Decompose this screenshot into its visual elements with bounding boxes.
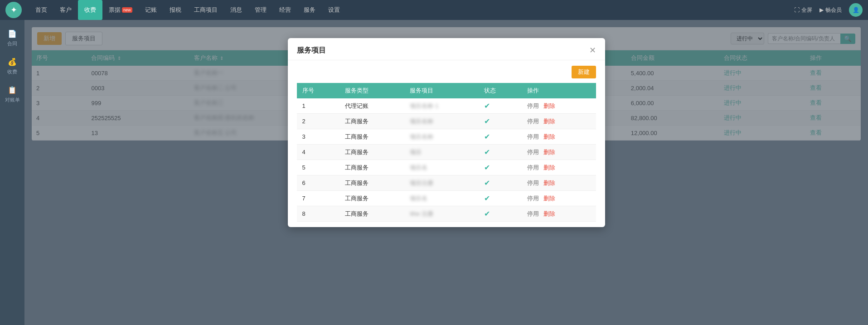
modal-col-type: 服务类型 [339,83,404,98]
modal-cell-item: 项目注册 [404,175,479,191]
delete-button[interactable]: 删除 [543,195,555,202]
nav-client[interactable]: 客户 [53,0,78,20]
delete-button[interactable]: 删除 [543,164,555,171]
stop-button[interactable]: 停用 [527,179,539,186]
modal-cell-type: 工商服务 [339,129,404,145]
modal-new-button[interactable]: 新建 [572,66,596,78]
nav-tax[interactable]: 报税 [163,0,188,20]
stop-button[interactable]: 停用 [527,118,539,125]
modal-col-item: 服务项目 [404,83,479,98]
nav-operation[interactable]: 经营 [273,0,297,20]
modal-cell-action: 停用 删除 [522,175,596,191]
modal-table-header: 序号 服务类型 服务项目 状态 操作 [297,83,596,98]
play-icon: ▶ [820,7,824,13]
list-item: 7 工商服务 项目名 ✔ 停用 删除 [297,191,596,206]
sidebar-item-contract[interactable]: 📄 合同 [0,24,24,51]
fullscreen-button[interactable]: ⛶ 全屏 [794,6,812,14]
stop-button[interactable]: 停用 [527,210,539,217]
list-item: 1 代理记账 项目名称 1 ✔ 停用 删除 [297,98,596,114]
modal-close-button[interactable]: ✕ [589,45,596,55]
modal-cell-status: ✔ [479,160,521,175]
modal-cell-type: 工商服务 [339,160,404,175]
stop-button[interactable]: 停用 [527,195,539,202]
list-item: 8 工商服务 Ithe 注册 ✔ 停用 删除 [297,206,596,222]
delete-button[interactable]: 删除 [543,210,555,217]
fullscreen-icon: ⛶ [794,7,800,13]
sidebar-statement-label: 对账单 [5,97,20,103]
modal-cell-type: 工商服务 [339,175,404,191]
list-item: 3 工商服务 项目名称 ✔ 停用 删除 [297,129,596,145]
service-items-table: 序号 服务类型 服务项目 状态 操作 1 代理记账 [297,83,596,222]
modal-cell-action: 停用 删除 [522,129,596,145]
contract-icon: 📄 [7,28,18,39]
nav-message[interactable]: 消息 [224,0,248,20]
modal-cell-item: 项目名 [404,191,479,206]
modal-cell-item: 项目名称 1 [404,98,479,114]
member-label: 畅会员 [825,6,842,14]
modal-cell-item: 项目 [404,145,479,160]
modal-cell-status: ✔ [479,145,521,160]
fee-icon: 💰 [7,56,18,67]
modal-cell-status: ✔ [479,129,521,145]
stop-button[interactable]: 停用 [527,164,539,171]
delete-button[interactable]: 删除 [543,118,555,125]
modal-overlay: 服务项目 ✕ 新建 序号 服务类型 服务项目 [24,20,868,325]
nav-service[interactable]: 服务 [297,0,322,20]
nav-bizitem[interactable]: 工商项目 [188,0,224,20]
modal-cell-action: 停用 删除 [522,98,596,114]
statement-icon: 📋 [7,84,18,95]
nav-right-area: ⛶ 全屏 ▶ 畅会员 👤 [794,3,863,17]
sidebar-fee-label: 收费 [7,68,17,75]
modal-cell-status: ✔ [479,175,521,191]
logo-icon: ✦ [5,2,22,18]
modal-col-action: 操作 [522,83,596,98]
sidebar-contract-label: 合同 [7,40,17,47]
service-items-modal: 服务项目 ✕ 新建 序号 服务类型 服务项目 [288,38,605,227]
list-item: 2 工商服务 项目名称 ✔ 停用 删除 [297,114,596,129]
modal-cell-seq: 4 [297,145,339,160]
modal-cell-seq: 1 [297,98,339,114]
stop-button[interactable]: 停用 [527,133,539,140]
list-item: 4 工商服务 项目 ✔ 停用 删除 [297,145,596,160]
modal-cell-action: 停用 删除 [522,160,596,175]
nav-invoice[interactable]: 票据 new [102,0,139,20]
delete-button[interactable]: 删除 [543,179,555,186]
delete-button[interactable]: 删除 [543,149,555,155]
user-avatar[interactable]: 👤 [849,3,863,17]
stop-button[interactable]: 停用 [527,149,539,155]
modal-cell-type: 工商服务 [339,145,404,160]
modal-cell-action: 停用 删除 [522,114,596,129]
modal-table-wrapper: 序号 服务类型 服务项目 状态 操作 1 代理记账 [297,83,596,222]
modal-cell-action: 停用 删除 [522,206,596,222]
modal-col-status: 状态 [479,83,521,98]
nav-settings[interactable]: 设置 [322,0,346,20]
modal-cell-status: ✔ [479,98,521,114]
modal-cell-action: 停用 删除 [522,145,596,160]
modal-col-seq: 序号 [297,83,339,98]
nav-home[interactable]: 首页 [29,0,53,20]
top-navigation: ✦ 首页 客户 收费 票据 new 记账 报税 工商项目 消息 管理 经营 服务… [0,0,868,20]
modal-cell-action: 停用 删除 [522,191,596,206]
delete-button[interactable]: 删除 [543,102,555,109]
sidebar-item-statement[interactable]: 📋 对账单 [0,81,24,107]
left-sidebar: 📄 合同 💰 收费 📋 对账单 [0,20,24,325]
modal-toolbar: 新建 [297,66,596,78]
modal-cell-status: ✔ [479,191,521,206]
modal-cell-status: ✔ [479,206,521,222]
modal-cell-item: 项目名称 [404,129,479,145]
main-layout: 📄 合同 💰 收费 📋 对账单 新增 服务项目 进行中全部已结束 🔍 [0,20,868,325]
nav-menu: 首页 客户 收费 票据 new 记账 报税 工商项目 消息 管理 经营 服务 设… [29,0,794,20]
nav-bookkeeping[interactable]: 记账 [139,0,163,20]
modal-cell-type: 工商服务 [339,206,404,222]
modal-cell-type: 工商服务 [339,114,404,129]
nav-fee[interactable]: 收费 [78,0,102,20]
list-item: 5 工商服务 项目名 ✔ 停用 删除 [297,160,596,175]
member-button[interactable]: ▶ 畅会员 [820,6,842,14]
delete-button[interactable]: 删除 [543,133,555,140]
stop-button[interactable]: 停用 [527,102,539,109]
sidebar-item-fee[interactable]: 💰 收费 [0,53,24,79]
modal-cell-item: 项目名 [404,160,479,175]
modal-cell-status: ✔ [479,114,521,129]
nav-manage[interactable]: 管理 [248,0,273,20]
modal-cell-seq: 7 [297,191,339,206]
